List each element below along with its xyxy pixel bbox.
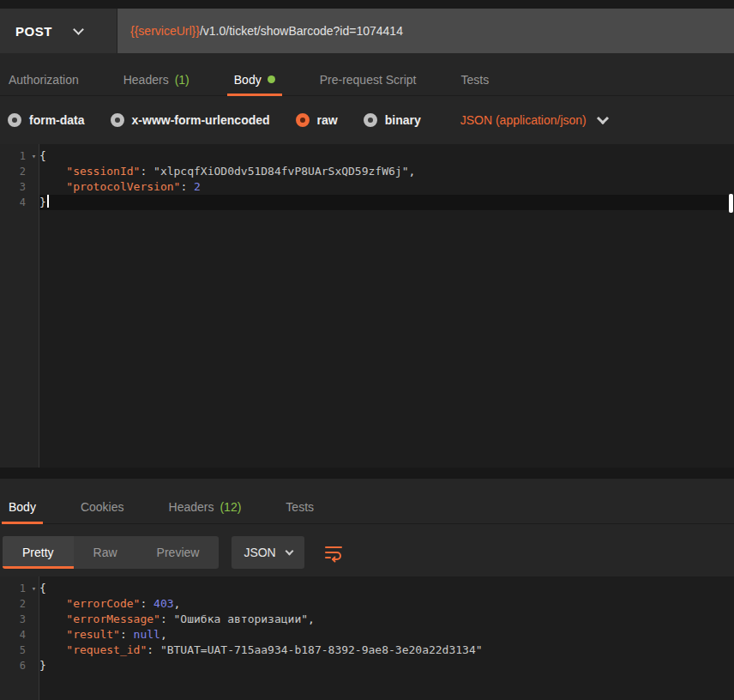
code-line: 2 "sessionId": "xlpcqfXiOD0dv51D84fvP8UA…	[0, 164, 734, 179]
fold-toggle-icon[interactable]: ▾	[28, 581, 39, 596]
line-number: 1	[0, 148, 28, 164]
request-tab-headers[interactable]: Headers(1)	[117, 63, 196, 95]
request-tabs: AuthorizationHeaders(1)BodyPre-request S…	[0, 63, 734, 96]
view-pretty-button[interactable]: Pretty	[3, 536, 74, 569]
token-num: 2	[194, 180, 201, 193]
request-tab-authorization[interactable]: Authorization	[2, 63, 86, 95]
view-preview-button[interactable]: Preview	[137, 536, 220, 569]
line-gutter: 5	[0, 643, 39, 658]
token-plain: :	[160, 612, 174, 625]
token-null: null	[134, 628, 160, 641]
code-text: "sessionId": "xlpcqfXiOD0dv51D84fvP8UArS…	[39, 164, 734, 179]
line-number: 1	[0, 581, 28, 596]
token-brace: }	[39, 659, 46, 672]
token-plain: :	[120, 628, 134, 641]
token-key: "errorMessage"	[66, 612, 160, 625]
scrollbar-thumb[interactable]	[729, 194, 733, 213]
token-plain	[39, 180, 66, 193]
token-plain: :	[140, 597, 153, 610]
line-gutter: 1▾	[0, 148, 39, 164]
tab-label: Headers	[169, 500, 214, 514]
line-number: 4	[0, 195, 28, 210]
tab-label: Pre-request Script	[320, 73, 417, 87]
url-path: /v1.0/ticket/showBarcode?id=1074414	[200, 24, 403, 38]
request-tab-pre-request-script[interactable]: Pre-request Script	[313, 63, 424, 95]
line-number: 2	[0, 164, 28, 179]
radio-icon	[8, 113, 21, 127]
token-key: "errorCode"	[66, 597, 140, 610]
response-tab-tests[interactable]: Tests	[279, 490, 321, 523]
line-gutter: 6	[0, 658, 39, 673]
response-tab-headers[interactable]: Headers(12)	[162, 490, 249, 523]
token-plain	[39, 628, 66, 641]
line-gutter: 1▾	[0, 581, 39, 596]
code-text: {	[39, 581, 734, 596]
code-line: 4 "result": null,	[0, 627, 734, 643]
body-mode-row: form-datax-www-form-urlencodedrawbinary …	[0, 96, 734, 144]
token-key: "result"	[66, 628, 120, 641]
line-gutter: 3	[0, 612, 39, 627]
response-toolbar: PrettyRawPreview JSON	[0, 536, 734, 569]
tab-label: Tests	[461, 73, 490, 87]
response-tabs: BodyCookiesHeaders(12)Tests	[0, 490, 734, 524]
chevron-down-icon	[597, 112, 609, 124]
response-tab-body[interactable]: Body	[2, 490, 43, 523]
code-line: 2 "errorCode": 403,	[0, 596, 734, 612]
code-line: 5 "request_id": "BTUAT=UAT-715aa934-b187…	[0, 643, 734, 658]
token-key: "protocolVersion"	[66, 180, 180, 193]
line-number: 3	[0, 612, 28, 627]
line-gutter: 2	[0, 164, 39, 179]
code-text: "request_id": "BTUAT=UAT-715aa934-b187-8…	[39, 643, 734, 658]
body-mode-form-data[interactable]: form-data	[8, 113, 85, 127]
line-number: 2	[0, 596, 28, 612]
request-tab-tests[interactable]: Tests	[454, 63, 496, 95]
response-tab-cookies[interactable]: Cookies	[74, 490, 131, 523]
method-label: POST	[15, 24, 52, 39]
request-body-editor[interactable]: 1▾{2 "sessionId": "xlpcqfXiOD0dv51D84fvP…	[0, 144, 734, 468]
code-line: 1▾{	[0, 581, 734, 596]
mode-label: x-www-form-urlencoded	[132, 113, 270, 127]
method-selector[interactable]: POST	[0, 9, 117, 53]
view-raw-button[interactable]: Raw	[74, 536, 137, 569]
code-text: "result": null,	[39, 627, 734, 643]
line-number: 6	[0, 658, 28, 673]
format-label: JSON	[244, 546, 275, 559]
token-num: 403	[153, 597, 173, 610]
fold-toggle-icon[interactable]: ▾	[28, 148, 39, 164]
token-str: "BTUAT=UAT-715aa934-b187-8392-9ae8-3e20a…	[160, 643, 483, 656]
radio-icon	[296, 113, 310, 127]
token-brace: {	[39, 582, 46, 594]
url-variable: {{serviceUrl}}	[130, 24, 200, 38]
code-text: {	[39, 148, 734, 164]
tab-label: Body	[234, 73, 262, 87]
url-input[interactable]: {{serviceUrl}}/v1.0/ticket/showBarcode?i…	[117, 9, 734, 53]
token-plain: ,	[160, 628, 167, 641]
line-gutter: 4	[0, 627, 39, 643]
token-plain: ,	[174, 597, 181, 610]
text-cursor	[47, 195, 49, 208]
body-mode-options: form-datax-www-form-urlencodedrawbinary	[8, 113, 447, 127]
response-format-selector[interactable]: JSON	[232, 536, 304, 569]
mode-label: raw	[317, 113, 338, 127]
token-brace: {	[39, 149, 46, 162]
wrap-text-icon	[323, 542, 344, 563]
radio-icon	[364, 113, 377, 127]
body-mode-binary[interactable]: binary	[364, 113, 421, 127]
token-plain: ,	[308, 612, 315, 625]
chevron-down-icon	[285, 547, 293, 556]
response-view-switch: PrettyRawPreview	[3, 536, 219, 569]
tab-count-badge: (12)	[220, 500, 241, 514]
line-gutter: 3	[0, 179, 39, 195]
wrap-text-button[interactable]	[319, 536, 348, 569]
body-mode-x-www-form-urlencoded[interactable]: x-www-form-urlencoded	[111, 113, 270, 127]
pane-splitter[interactable]	[0, 468, 734, 479]
tab-label: Authorization	[9, 73, 79, 87]
radio-icon	[111, 113, 124, 127]
code-line: 6}	[0, 658, 734, 673]
request-tab-body[interactable]: Body	[227, 63, 282, 95]
green-dot-icon	[268, 75, 275, 83]
tab-label: Cookies	[81, 500, 124, 514]
body-mode-raw[interactable]: raw	[296, 113, 338, 127]
content-type-selector[interactable]: JSON (application/json)	[460, 113, 607, 127]
code-text: "protocolVersion": 2	[39, 179, 734, 195]
